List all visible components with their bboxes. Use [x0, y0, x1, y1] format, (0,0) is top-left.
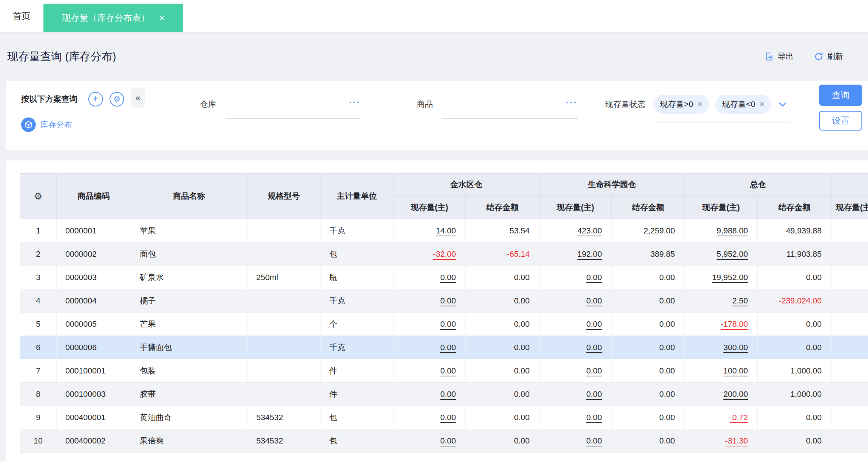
cell-qty: 0.00	[393, 359, 466, 383]
qty-link[interactable]: -31.30	[725, 436, 748, 445]
refresh-button[interactable]: 刷新	[814, 51, 843, 62]
row-index: 8	[20, 383, 57, 406]
qty-link[interactable]: 0.00	[440, 273, 456, 282]
qty-link[interactable]: 0.00	[440, 296, 456, 305]
cell-amount: -239,024.00	[758, 289, 831, 313]
qty-link[interactable]: -32.00	[433, 249, 456, 259]
qty-link[interactable]: 0.00	[440, 436, 456, 445]
cell-amount: 1,000.00	[758, 383, 831, 406]
table-row[interactable]: 3 0000003 矿泉水 250ml 瓶 0.00 0.00 0.00 0.0…	[20, 266, 868, 289]
product-field: 商品 ···	[417, 95, 578, 119]
qty-link[interactable]: 2.50	[732, 296, 748, 305]
table-row[interactable]: 5 0000005 芒果 个 0.00 0.00 0.00 0.00 -178.…	[20, 313, 868, 336]
cell-qty: 2.50	[685, 289, 758, 313]
product-input[interactable]: ···	[442, 95, 578, 119]
table-row[interactable]: 10 000400002 果倍爽 534532 包 0.00 0.00 0.00…	[20, 429, 868, 453]
qty-link[interactable]: 0.00	[440, 319, 456, 329]
warehouse-picker-ellipsis-icon[interactable]: ···	[349, 97, 361, 108]
scheme-settings-button[interactable]: ⚙	[110, 92, 124, 106]
product-picker-ellipsis-icon[interactable]: ···	[566, 97, 577, 108]
column-settings-gear-icon[interactable]: ⚙	[20, 174, 57, 219]
table-row[interactable]: 2 0000002 面包 包 -32.00 -65.14 192.00 389.…	[20, 243, 868, 266]
scheme-item-inventory-distribution[interactable]: 库存分布	[21, 117, 153, 132]
cell-main-unit: 件	[320, 383, 393, 406]
cell-amount: 0.00	[612, 313, 685, 336]
cell-product-code: 0000003	[57, 266, 131, 289]
sub-header-amount: 结存金额	[758, 196, 831, 219]
cell-main-unit: 瓶	[320, 266, 393, 289]
table-row[interactable]: 9 000400001 黄油曲奇 534532 包 0.00 0.00 0.00…	[20, 406, 868, 429]
export-icon	[764, 52, 774, 61]
filter-panel: 按以下方案查询 + ⚙ « 库存分布 仓库 ··· 商品 ···	[6, 81, 868, 150]
collapse-panel-button[interactable]: «	[131, 88, 145, 108]
chevron-down-icon[interactable]	[777, 99, 788, 111]
settings-button[interactable]: 设置	[819, 111, 862, 131]
qty-link[interactable]: -178.00	[721, 319, 748, 329]
qty-link[interactable]: 0.00	[586, 343, 602, 352]
cell-amount: 0.00	[758, 429, 831, 453]
table-row[interactable]: 1 0000001 苹果 千克 14.00 53.54 423.00 2,259…	[20, 219, 868, 243]
table-row[interactable]: 4 0000004 橘子 千克 0.00 0.00 0.00 0.00 2.50…	[20, 289, 868, 313]
qty-link[interactable]: 200.00	[723, 390, 748, 399]
cell-partial	[831, 289, 868, 313]
tab-close-icon[interactable]: ×	[159, 13, 165, 23]
page-title: 现存量查询 (库存分布)	[7, 49, 116, 64]
cell-spec-model	[247, 289, 320, 313]
cell-main-unit: 千克	[320, 219, 393, 243]
tab-home[interactable]: 首页	[0, 0, 43, 32]
status-tag-positive: 现存量>0 ×	[653, 95, 709, 114]
cell-product-code: 0000006	[57, 336, 131, 359]
qty-link[interactable]: 0.00	[586, 390, 602, 399]
qty-link[interactable]: 0.00	[440, 390, 456, 399]
qty-link[interactable]: 5,952.00	[717, 249, 748, 259]
cell-amount: 0.00	[466, 313, 539, 336]
tab-bar: 首页 现存量（库存分布表） ×	[0, 0, 868, 32]
cell-qty: 423.00	[539, 219, 612, 243]
qty-link[interactable]: 0.00	[586, 436, 602, 445]
table-row[interactable]: 8 000100003 胶带 件 0.00 0.00 0.00 0.00 200…	[20, 383, 868, 406]
cell-spec-model: 534532	[247, 429, 320, 453]
cell-qty: 0.00	[539, 406, 612, 429]
cell-spec-model	[247, 313, 320, 336]
cell-spec-model: 534532	[247, 406, 320, 429]
qty-link[interactable]: 0.00	[586, 273, 602, 282]
warehouse-input[interactable]: ···	[226, 95, 361, 119]
cell-spec-model	[247, 243, 320, 266]
cell-product-name: 包装	[131, 359, 247, 383]
stock-status-input[interactable]: 现存量>0 × 现存量<0 ×	[653, 95, 791, 123]
qty-link[interactable]: 192.00	[577, 249, 602, 259]
cell-amount: 0.00	[612, 289, 685, 313]
qty-link[interactable]: 14.00	[436, 226, 456, 235]
qty-link[interactable]: 0.00	[440, 366, 456, 375]
tag-close-icon[interactable]: ×	[698, 100, 702, 109]
query-button[interactable]: 查询	[819, 85, 862, 106]
qty-link[interactable]: 19,952.00	[712, 273, 748, 282]
cell-spec-model: 250ml	[247, 266, 320, 289]
add-scheme-button[interactable]: +	[88, 92, 103, 106]
cell-amount: 0.00	[758, 266, 831, 289]
cell-amount: 0.00	[758, 336, 831, 359]
qty-link[interactable]: 423.00	[577, 226, 602, 235]
row-index: 7	[20, 359, 57, 383]
tab-inventory-distribution[interactable]: 现存量（库存分布表） ×	[43, 4, 183, 32]
qty-link[interactable]: 0.00	[440, 413, 456, 422]
cell-partial	[831, 406, 868, 429]
table-row[interactable]: 7 000100001 包装 件 0.00 0.00 0.00 0.00 100…	[20, 359, 868, 383]
table-row[interactable]: 6 0000006 手撕面包 千克 0.00 0.00 0.00 0.00 30…	[20, 336, 868, 359]
cell-product-name: 黄油曲奇	[131, 406, 247, 429]
tag-close-icon[interactable]: ×	[760, 100, 764, 109]
qty-link[interactable]: 300.00	[723, 343, 748, 352]
qty-link[interactable]: 0.00	[586, 366, 602, 375]
qty-link[interactable]: 0.00	[586, 319, 602, 329]
cell-main-unit: 千克	[320, 336, 393, 359]
qty-link[interactable]: 100.00	[723, 366, 748, 375]
qty-link[interactable]: 9,988.00	[717, 226, 748, 235]
qty-link[interactable]: -0.72	[730, 413, 748, 422]
qty-link[interactable]: 0.00	[586, 296, 602, 305]
export-button[interactable]: 导出	[764, 51, 794, 62]
cell-product-code: 000400001	[57, 406, 131, 429]
cell-amount: 0.00	[466, 359, 539, 383]
qty-link[interactable]: 0.00	[586, 413, 602, 422]
qty-link[interactable]: 0.00	[440, 343, 456, 352]
cell-qty: 200.00	[685, 383, 758, 406]
